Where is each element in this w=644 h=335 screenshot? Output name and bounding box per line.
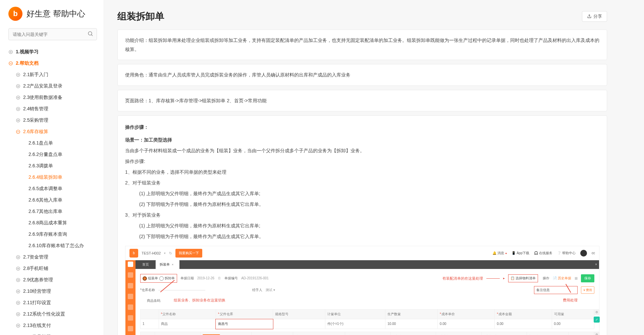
- nav-item[interactable]: 2.8手机旺铺: [8, 263, 97, 274]
- close-icon[interactable]: ×: [172, 262, 173, 268]
- scene-desc: 当由多个子件材料组装成一个成品的业务为【组装】业务，当由一个父件拆分成多个子产品…: [125, 146, 599, 155]
- nav-item[interactable]: 2.5采购管理: [8, 115, 97, 126]
- settings-icon[interactable]: ⚙: [594, 332, 600, 335]
- nav-item[interactable]: 2.6.1盘点单: [8, 137, 97, 149]
- nav-label: 2.12系统个性化设置: [23, 311, 65, 317]
- nav-label: 1.视频学习: [16, 49, 39, 55]
- nav-label: 2.7资金管理: [23, 254, 48, 260]
- nav-item[interactable]: 1.视频学习: [8, 46, 97, 58]
- content-box: 操作步骤： 场景一：加工类型选择 当由多个子件材料组装成一个成品的业务为【组装】…: [117, 115, 607, 335]
- nav-item[interactable]: 2.13在线支付: [8, 320, 97, 331]
- plus-icon: [16, 289, 20, 294]
- expand-icon[interactable]: ⤢: [594, 317, 600, 323]
- logo-block: b 好生意 帮助中心: [8, 7, 97, 21]
- sidebar: b 好生意 帮助中心 1.视频学习2.帮助文档2.1新手入门2.2产品安装及登录…: [0, 0, 104, 335]
- nav-label: 2.6.8商品成本重算: [29, 220, 67, 226]
- plus-icon: [8, 50, 13, 54]
- nav-icon[interactable]: [128, 294, 133, 299]
- refresh-icon[interactable]: ↻: [169, 249, 172, 257]
- chevron-down-icon[interactable]: ▾: [164, 250, 166, 256]
- nav-label: 2.3使用前数据准备: [23, 95, 62, 101]
- annotation-fee: 费用处理: [563, 296, 578, 304]
- steps-title: 操作步骤：: [125, 122, 599, 132]
- plus-icon: [16, 255, 20, 260]
- search-input[interactable]: [8, 28, 97, 40]
- settings-icon[interactable]: ⚙: [594, 309, 600, 315]
- ss-leftnav: [125, 260, 136, 335]
- nav-item[interactable]: 2.6.2分量盘点单: [8, 149, 97, 160]
- tab-close-all-icon[interactable]: ×: [595, 261, 597, 268]
- annotation-bom: 有装配清单的在这里处理: [442, 275, 483, 282]
- ss-msg[interactable]: 🔔 消息●: [492, 250, 507, 257]
- plus-icon: [16, 107, 20, 111]
- ss-parent-table: 父件名称父件仓库规格型号计量单位生产数量成本单价成本金额可用量1商品南昌号件(个…: [140, 309, 594, 329]
- nav-item[interactable]: 2.1新手入门: [8, 69, 97, 80]
- tab-active[interactable]: 拆装单×: [156, 260, 179, 269]
- nav-icon[interactable]: [128, 315, 133, 321]
- nav-item[interactable]: 2.2产品安装及登录: [8, 80, 97, 92]
- ss-type-radio-group[interactable]: 组装单 拆卸单: [140, 274, 177, 283]
- tab-home[interactable]: 首页: [138, 260, 155, 269]
- nav-label: 2.6.2分量盘点单: [29, 152, 62, 158]
- nav-item[interactable]: 2.10经营管理: [8, 286, 97, 297]
- ss-history-link[interactable]: 📄 历史单据: [553, 275, 571, 282]
- nav-item[interactable]: 2.6.3调拨单: [8, 160, 97, 172]
- ss-logo-icon: b: [129, 249, 138, 258]
- nav-item[interactable]: 2.7资金管理: [8, 252, 97, 263]
- nav-item[interactable]: 2.6.10库存账本错了怎么办: [8, 240, 97, 252]
- nav-label: 2.帮助文档: [16, 60, 39, 66]
- nav-icon[interactable]: [128, 272, 133, 278]
- ss-remark-field[interactable]: 备注信息: [534, 286, 578, 294]
- home-icon[interactable]: [128, 262, 133, 267]
- plus-icon: [16, 72, 20, 77]
- nav-label: 2.2产品安装及登录: [23, 83, 62, 89]
- nav-item[interactable]: 2.9优惠券管理: [8, 274, 97, 286]
- plus-icon: [16, 266, 20, 271]
- scene-title: 场景一：加工类型选择: [125, 135, 599, 145]
- main: 组装拆卸单 分享 功能介绍：组装拆卸单用来处理企业组装或拆卸等加工业务，支持有固…: [104, 0, 644, 335]
- nav-item[interactable]: 2.6.7其他出库单: [8, 206, 97, 217]
- nav-item[interactable]: 2.11打印设置: [8, 297, 97, 309]
- page-header: 组装拆卸单 分享: [117, 10, 607, 23]
- nav-item[interactable]: 2.6.9库存账本查询: [8, 229, 97, 240]
- ss-app[interactable]: 📱 App下载: [512, 250, 529, 257]
- ss-save-button[interactable]: 保存: [581, 274, 594, 282]
- nav-label: 2.9优惠券管理: [23, 277, 53, 283]
- avatar-icon[interactable]: [580, 250, 587, 257]
- search-icon[interactable]: [88, 31, 94, 37]
- nav-item[interactable]: 2.12系统个性化设置: [8, 309, 97, 320]
- share-button[interactable]: 分享: [582, 11, 607, 22]
- nav-icon[interactable]: [128, 283, 133, 288]
- nav-label: 2.6库存核算: [23, 129, 48, 135]
- nav-item[interactable]: 2.6.4组装拆卸单: [8, 172, 97, 183]
- ss-trial-button[interactable]: 我要购买一下: [175, 249, 202, 258]
- nav-label: 2.6.3调拨单: [29, 163, 53, 169]
- grid-icon[interactable]: ▦: [575, 275, 578, 282]
- nav: 1.视频学习2.帮助文档2.1新手入门2.2产品安装及登录2.3使用前数据准备2…: [8, 46, 97, 335]
- ss-user: cc: [592, 250, 595, 257]
- ss-fee-button[interactable]: ¥ 费用: [581, 286, 594, 294]
- minus-icon: [16, 129, 20, 134]
- plus-icon: [16, 278, 20, 282]
- nav-item[interactable]: 2.4销售管理: [8, 103, 97, 115]
- nav-label: 2.6.5成本调整单: [29, 186, 62, 192]
- role-box: 使用角色：通常由生产人员或库管人员完成拆装业务的操作，库管人员确认原材料的出库和…: [117, 64, 607, 86]
- nav-item[interactable]: 2.6.8商品成本重算: [8, 217, 97, 229]
- nav-icon[interactable]: [128, 304, 133, 310]
- nav-label: 2.5采购管理: [23, 117, 48, 123]
- plus-icon: [16, 84, 20, 89]
- ss-bom-button[interactable]: 📋 选择物料清单: [508, 274, 538, 282]
- calendar-icon[interactable]: 🗓: [218, 275, 221, 282]
- nav-icon[interactable]: [128, 326, 133, 331]
- sub-steps-title: 操作步骤:: [125, 157, 599, 166]
- nav-item[interactable]: 2.帮助文档: [8, 58, 97, 69]
- ss-service[interactable]: 🎧 在线服务: [534, 250, 552, 257]
- ss-help[interactable]: ❔ 帮助中心: [557, 250, 576, 257]
- nav-item[interactable]: 2.3使用前数据准备: [8, 92, 97, 103]
- nav-item[interactable]: 2.6.5成本调整单: [8, 183, 97, 194]
- nav-item[interactable]: 2.6库存核算: [8, 126, 97, 137]
- nav-label: 2.8手机旺铺: [23, 266, 48, 272]
- nav-item[interactable]: 2.6.6其他入库单: [8, 194, 97, 206]
- step-line: 1、根据不同的业务，选择不同单据的类型来处理: [125, 167, 599, 177]
- nav-item[interactable]: 2.14常见问题: [8, 331, 97, 335]
